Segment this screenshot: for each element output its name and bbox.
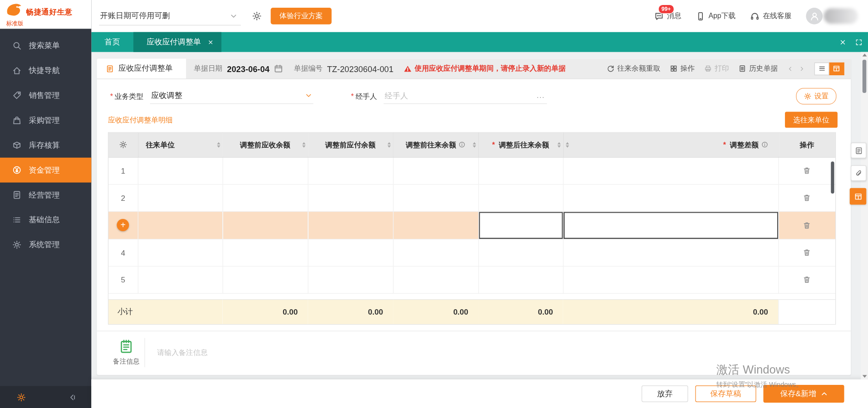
- page-scrollbar[interactable]: [861, 52, 868, 379]
- grid-view-toggle[interactable]: [829, 62, 844, 75]
- sidebar-item-quick-nav[interactable]: 快捷导航: [0, 58, 91, 83]
- list-view-toggle[interactable]: [814, 62, 829, 75]
- discard-button[interactable]: 放弃: [642, 385, 688, 402]
- collapse-sidebar-icon[interactable]: [68, 393, 77, 402]
- cell-pre-balance[interactable]: [393, 184, 478, 211]
- add-row-button[interactable]: +: [117, 219, 129, 231]
- document-title-tab[interactable]: 应收应付调整单: [97, 58, 186, 78]
- sort-icon[interactable]: [217, 142, 220, 147]
- operations-button[interactable]: 操作: [670, 63, 695, 73]
- post-balance-input[interactable]: [479, 212, 563, 239]
- sidebar-item-purchase[interactable]: 采购管理: [0, 108, 91, 133]
- delete-row-icon[interactable]: [803, 221, 811, 229]
- col-post-balance[interactable]: *调整后往来余额: [478, 133, 563, 157]
- user-avatar[interactable]: [806, 8, 823, 24]
- prev-doc-icon[interactable]: [787, 66, 793, 72]
- online-service-button[interactable]: 在线客服: [750, 11, 792, 21]
- cell-diff[interactable]: [563, 266, 779, 293]
- sidebar-item-sales[interactable]: 销售管理: [0, 83, 91, 108]
- cell-pre-balance[interactable]: [393, 239, 478, 266]
- delete-row-icon[interactable]: [803, 276, 811, 284]
- sidebar-settings-icon[interactable]: [17, 393, 26, 402]
- cell-pre-receivable[interactable]: [222, 266, 308, 293]
- cell-pre-receivable[interactable]: [222, 239, 308, 266]
- topbar-settings-icon[interactable]: [252, 11, 262, 21]
- cell-diff[interactable]: [563, 239, 779, 266]
- cell-pre-payable[interactable]: [308, 211, 393, 239]
- sidebar-item-inventory[interactable]: 库存核算: [0, 133, 91, 158]
- tab-home[interactable]: 首页: [91, 32, 133, 52]
- delete-row-icon[interactable]: [803, 166, 811, 175]
- cell-pre-payable[interactable]: [308, 239, 393, 266]
- handler-input[interactable]: [384, 89, 547, 104]
- business-type-input[interactable]: [150, 89, 314, 104]
- cell-partner[interactable]: [138, 266, 223, 293]
- sort-icon[interactable]: [472, 142, 476, 147]
- cell-partner[interactable]: [138, 239, 223, 266]
- attachment-button[interactable]: [851, 165, 866, 181]
- doc-date-value[interactable]: 2023-06-04: [227, 64, 270, 73]
- cell-post-balance[interactable]: [478, 184, 563, 211]
- accounting-period-select[interactable]: 开账日期可停用可删: [99, 7, 240, 25]
- remarks-input[interactable]: [157, 337, 839, 369]
- cell-pre-balance[interactable]: [393, 211, 478, 239]
- doc-number-value[interactable]: TZ-20230604-001: [327, 64, 394, 73]
- col-pre-payable[interactable]: 调整前应付余额: [308, 133, 393, 157]
- cell-pre-balance[interactable]: [393, 157, 478, 184]
- close-all-tabs-icon[interactable]: [839, 39, 847, 46]
- sidebar-item-base-info[interactable]: 基础信息: [0, 208, 91, 233]
- cell-pre-payable[interactable]: [308, 184, 393, 211]
- scroll-down-arrow[interactable]: [862, 375, 867, 378]
- cell-pre-receivable[interactable]: [222, 157, 308, 184]
- info-icon[interactable]: [761, 141, 768, 148]
- col-partner[interactable]: 往来单位: [138, 133, 223, 157]
- tab-adjustment-doc[interactable]: 应收应付调整单: [133, 32, 221, 52]
- scrollbar-thumb[interactable]: [863, 60, 867, 93]
- info-icon[interactable]: [458, 141, 466, 148]
- cell-pre-receivable[interactable]: [222, 211, 308, 239]
- grid-scrollbar[interactable]: [831, 161, 834, 194]
- delete-row-icon[interactable]: [803, 194, 811, 202]
- diff-input[interactable]: [563, 212, 778, 239]
- chevron-down-icon[interactable]: [305, 92, 312, 99]
- cell-partner[interactable]: [138, 211, 223, 239]
- print-button[interactable]: 打印: [704, 63, 729, 73]
- col-pre-receivable[interactable]: 调整前应收余额: [222, 133, 308, 157]
- cell-partner[interactable]: [138, 157, 223, 184]
- settings-button[interactable]: 设置: [796, 88, 836, 105]
- col-diff[interactable]: *调整差额: [563, 133, 779, 157]
- scroll-up-arrow[interactable]: [862, 53, 867, 56]
- cell-post-balance[interactable]: [478, 266, 563, 293]
- assistant-panel-button[interactable]: [850, 188, 867, 205]
- delete-row-icon[interactable]: [803, 248, 811, 257]
- next-doc-icon[interactable]: [799, 66, 804, 72]
- select-partner-button[interactable]: 选往来单位: [785, 112, 838, 127]
- cell-diff[interactable]: [563, 157, 779, 184]
- sidebar-item-search-menu[interactable]: 搜索菜单: [0, 33, 91, 58]
- calendar-icon[interactable]: [274, 64, 283, 73]
- sort-icon[interactable]: [565, 142, 569, 147]
- cell-pre-receivable[interactable]: [222, 184, 308, 211]
- sidebar-item-system[interactable]: 系统管理: [0, 232, 91, 257]
- cell-diff[interactable]: [563, 184, 779, 211]
- trial-solution-button[interactable]: 体验行业方案: [271, 8, 332, 24]
- save-and-new-button[interactable]: 保存&新增: [763, 385, 844, 403]
- col-pre-balance[interactable]: 调整前往来余额: [393, 133, 478, 157]
- sort-icon[interactable]: [302, 142, 305, 147]
- cell-post-balance[interactable]: [478, 239, 563, 266]
- cell-pre-payable[interactable]: [308, 157, 393, 184]
- history-docs-button[interactable]: 历史单据: [738, 63, 778, 73]
- column-settings-button[interactable]: [108, 133, 138, 157]
- sort-icon[interactable]: [557, 142, 560, 147]
- app-download-button[interactable]: App下载: [696, 11, 736, 21]
- refetch-balance-button[interactable]: 往来余额重取: [607, 63, 660, 73]
- sort-icon[interactable]: [387, 142, 390, 147]
- cell-pre-balance[interactable]: [393, 266, 478, 293]
- save-draft-button[interactable]: 保存草稿: [695, 385, 756, 402]
- sidebar-item-operations[interactable]: 经营管理: [0, 183, 91, 208]
- side-panel-doc-button[interactable]: [851, 143, 866, 158]
- fullscreen-icon[interactable]: [855, 39, 863, 46]
- cell-pre-payable[interactable]: [308, 266, 393, 293]
- cell-partner[interactable]: [138, 184, 223, 211]
- sidebar-item-funds[interactable]: 资金管理: [0, 158, 91, 183]
